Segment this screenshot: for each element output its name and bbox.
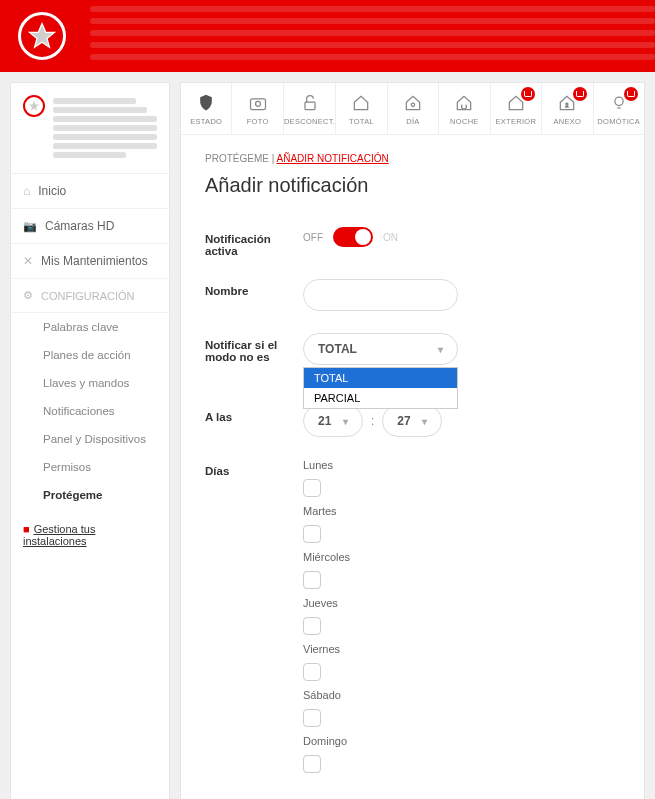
breadcrumb-link[interactable]: AÑADIR NOTIFICACIÓN <box>277 153 389 164</box>
chevron-down-icon: ▾ <box>343 416 348 427</box>
option-total[interactable]: TOTAL <box>304 368 457 388</box>
shield-icon <box>196 93 216 113</box>
label-lunes: Lunes <box>303 459 620 471</box>
time-colon: : <box>371 414 374 428</box>
nav-camaras[interactable]: Cámaras HD <box>11 209 169 244</box>
header-stripes <box>90 0 655 72</box>
label-jueves: Jueves <box>303 597 620 609</box>
label-activa: Notificación activa <box>205 227 303 257</box>
cart-badge-icon <box>624 87 638 101</box>
dropdown-modo: TOTAL PARCIAL <box>303 367 458 409</box>
svg-point-3 <box>255 101 260 106</box>
svg-point-5 <box>411 103 414 106</box>
tool-domotica[interactable]: DOMÓTICA <box>594 83 644 134</box>
mode-toolbar: ESTADO FOTO DESCONECT. TOTAL DÍA NOCHE E… <box>181 83 644 135</box>
label-martes: Martes <box>303 505 620 517</box>
tools-icon <box>23 254 33 268</box>
svg-point-7 <box>615 97 623 105</box>
select-minute[interactable]: 27▾ <box>382 405 442 437</box>
label-domingo: Domingo <box>303 735 620 747</box>
cart-badge-icon <box>521 87 535 101</box>
svg-text:2: 2 <box>566 102 569 108</box>
house-day-icon <box>403 93 423 113</box>
label-alas: A las <box>205 405 303 423</box>
toggle-off-label: OFF <box>303 232 323 243</box>
select-modo[interactable]: TOTAL▾ <box>303 333 458 365</box>
label-miercoles: Miércoles <box>303 551 620 563</box>
top-bar <box>0 0 655 72</box>
chk-sabado[interactable] <box>303 709 321 727</box>
sub-planes[interactable]: Planes de acción <box>11 341 169 369</box>
tool-foto[interactable]: FOTO <box>232 83 283 134</box>
svg-rect-2 <box>250 99 265 110</box>
tool-noche[interactable]: NOCHE <box>439 83 490 134</box>
sub-panel[interactable]: Panel y Dispositivos <box>11 425 169 453</box>
sub-permisos[interactable]: Permisos <box>11 453 169 481</box>
nav-inicio[interactable]: Inicio <box>11 174 169 209</box>
sub-protegeme[interactable]: Protégeme <box>11 481 169 509</box>
chevron-down-icon: ▾ <box>438 344 443 355</box>
gear-icon <box>23 289 33 302</box>
tool-desconect[interactable]: DESCONECT. <box>284 83 336 134</box>
tool-estado[interactable]: ESTADO <box>181 83 232 134</box>
select-hour[interactable]: 21▾ <box>303 405 363 437</box>
camera-icon <box>23 219 37 233</box>
tool-exterior[interactable]: EXTERIOR <box>491 83 542 134</box>
page-title: Añadir notificación <box>205 174 620 197</box>
nav-mantenimientos[interactable]: Mis Mantenimientos <box>11 244 169 279</box>
tool-total[interactable]: TOTAL <box>336 83 387 134</box>
option-parcial[interactable]: PARCIAL <box>304 388 457 408</box>
chevron-down-icon: ▾ <box>422 416 427 427</box>
breadcrumb: PROTÉGEME | AÑADIR NOTIFICACIÓN <box>205 153 620 164</box>
main-panel: ESTADO FOTO DESCONECT. TOTAL DÍA NOCHE E… <box>180 82 645 799</box>
label-sabado: Sábado <box>303 689 620 701</box>
toggle-on-label: ON <box>383 232 398 243</box>
label-dias: Días <box>205 459 303 477</box>
chk-martes[interactable] <box>303 525 321 543</box>
house-night-icon <box>454 93 474 113</box>
label-modo: Notificar si el modo no es <box>205 333 303 363</box>
svg-marker-0 <box>30 24 55 48</box>
sub-llaves[interactable]: Llaves y mandos <box>11 369 169 397</box>
svg-marker-1 <box>29 101 39 111</box>
sub-notificaciones[interactable]: Notificaciones <box>11 397 169 425</box>
brand-logo <box>18 12 66 60</box>
chk-viernes[interactable] <box>303 663 321 681</box>
camera-icon <box>248 93 268 113</box>
house-icon <box>351 93 371 113</box>
tool-dia[interactable]: DÍA <box>388 83 439 134</box>
cart-badge-icon <box>573 87 587 101</box>
tool-anexo[interactable]: 2ANEXO <box>542 83 593 134</box>
label-nombre: Nombre <box>205 279 303 297</box>
sub-palabras[interactable]: Palabras clave <box>11 313 169 341</box>
input-nombre[interactable] <box>303 279 458 311</box>
sidebar: Inicio Cámaras HD Mis Mantenimientos CON… <box>10 82 170 799</box>
home-icon <box>23 184 30 198</box>
nav-configuracion[interactable]: CONFIGURACIÓN <box>11 279 169 313</box>
svg-rect-4 <box>305 102 315 110</box>
chk-jueves[interactable] <box>303 617 321 635</box>
chk-miercoles[interactable] <box>303 571 321 589</box>
unlock-icon <box>300 93 320 113</box>
chk-domingo[interactable] <box>303 755 321 773</box>
label-viernes: Viernes <box>303 643 620 655</box>
sidebar-header <box>11 83 169 174</box>
sidebar-footer-link[interactable]: ■Gestiona tus instalaciones <box>11 509 169 561</box>
sidebar-logo <box>23 95 45 117</box>
chk-lunes[interactable] <box>303 479 321 497</box>
toggle-activa[interactable] <box>333 227 373 247</box>
